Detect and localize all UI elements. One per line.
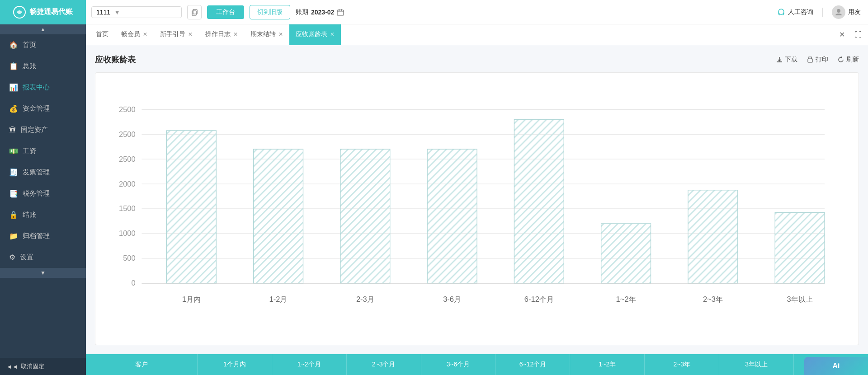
svg-point-11: [811, 60, 812, 61]
home-icon: 🏠: [9, 41, 18, 49]
close-tab-button[interactable]: ✕: [835, 28, 848, 41]
sidebar-label-report: 报表中心: [23, 83, 50, 92]
switch-version-button[interactable]: 切到旧版: [250, 5, 290, 19]
print-icon: [807, 56, 814, 63]
tab-ar-aging-close[interactable]: ✕: [330, 31, 335, 38]
svg-rect-31: [254, 149, 303, 283]
tab-home-label: 首页: [96, 30, 108, 38]
svg-rect-41: [688, 190, 738, 283]
sidebar-item-asset[interactable]: 🏛 固定资产: [0, 119, 86, 141]
top-header: 畅捷通易代账 1111 ▼ 工作台 切到旧版 账期 2023-02: [0, 0, 868, 24]
pin-icon: ◄◄: [6, 363, 18, 370]
sidebar-item-settings[interactable]: ⚙ 设置: [0, 247, 86, 268]
invoice-icon: 🧾: [9, 168, 18, 177]
tab-ar-aging[interactable]: 应收账龄表 ✕: [289, 24, 341, 45]
tab-member-label: 畅会员: [121, 30, 140, 38]
tab-period-end-label: 期末结转: [250, 30, 276, 38]
company-selector[interactable]: 1111 ▼: [91, 6, 182, 18]
chart-container: 2500 2500 2500 2000 1500 1000 500 0: [95, 72, 859, 345]
tab-period-end-close[interactable]: ✕: [278, 31, 283, 38]
sidebar-item-invoice[interactable]: 🧾 发票管理: [0, 162, 86, 183]
period-value: 2023-02: [311, 9, 334, 16]
refresh-icon: [837, 56, 844, 63]
logo-icon: [13, 6, 26, 19]
avatar: [832, 5, 845, 19]
sidebar-item-fund[interactable]: 💰 资金管理: [0, 98, 86, 119]
right-actions: 人工咨询 用友: [777, 5, 861, 19]
content-area: 首页 畅会员 ✕ 新手引导 ✕ 操作日志 ✕ 期末结转 ✕ 应收账龄表 ✕: [86, 24, 868, 375]
user-area[interactable]: 用友: [832, 5, 861, 19]
chevron-down-icon: ▼: [114, 9, 120, 16]
sidebar: ▲ 🏠 首页 📋 总账 📊 报表中心 💰 资金管理 🏛 固定资产 💵 工资 🧾 …: [0, 24, 86, 375]
archive-icon: 📁: [9, 232, 18, 240]
sidebar-label-home: 首页: [23, 41, 36, 49]
tab-oplog-close[interactable]: ✕: [233, 31, 238, 38]
tab-member[interactable]: 畅会员 ✕: [115, 24, 154, 45]
logo-area: 畅捷通易代账: [0, 0, 86, 24]
page-actions: 下载 打印: [776, 56, 859, 64]
refresh-button[interactable]: 刷新: [837, 56, 859, 64]
tab-period-end[interactable]: 期末结转 ✕: [244, 24, 289, 45]
report-icon: 📊: [9, 83, 18, 92]
th-6-12month: 6~12个月: [495, 354, 570, 375]
sidebar-label-close: 结账: [23, 211, 36, 219]
svg-text:0: 0: [131, 279, 135, 287]
settings-icon: ⚙: [9, 253, 15, 262]
svg-text:2500: 2500: [119, 130, 136, 138]
th-2-3year: 2~3年: [645, 354, 719, 375]
svg-rect-29: [166, 131, 216, 283]
sidebar-item-home[interactable]: 🏠 首页: [0, 34, 86, 56]
copy-button[interactable]: [187, 5, 202, 19]
cancel-fixed-button[interactable]: ◄◄ 取消固定: [0, 358, 86, 375]
main-layout: ▲ 🏠 首页 📋 总账 📊 报表中心 💰 资金管理 🏛 固定资产 💵 工资 🧾 …: [0, 24, 868, 375]
svg-rect-1: [192, 11, 196, 15]
tab-bar: 首页 畅会员 ✕ 新手引导 ✕ 操作日志 ✕ 期末结转 ✕ 应收账龄表 ✕: [86, 24, 868, 45]
period-area: 账期 2023-02: [296, 8, 344, 16]
svg-text:500: 500: [123, 254, 135, 262]
sidebar-item-close[interactable]: 🔒 结账: [0, 204, 86, 225]
svg-rect-9: [777, 61, 782, 62]
period-label: 账期: [296, 8, 308, 16]
download-icon: [776, 56, 783, 63]
consult-button[interactable]: 人工咨询: [777, 8, 813, 16]
sidebar-item-report[interactable]: 📊 报表中心: [0, 77, 86, 98]
headset-icon: [777, 8, 785, 16]
tab-guide-close[interactable]: ✕: [188, 31, 193, 38]
asset-icon: 🏛: [9, 126, 16, 134]
th-2-3month: 2~3个月: [347, 354, 421, 375]
sidebar-item-archive[interactable]: 📁 归档管理: [0, 225, 86, 247]
workbench-button[interactable]: 工作台: [207, 5, 244, 19]
calendar-icon[interactable]: [337, 9, 344, 16]
sidebar-label-invoice: 发票管理: [23, 168, 50, 177]
svg-rect-39: [601, 224, 651, 283]
fund-icon: 💰: [9, 104, 18, 113]
page-title: 应收账龄表: [95, 54, 136, 65]
svg-text:1月内: 1月内: [182, 295, 201, 303]
app-title: 畅捷通易代账: [29, 7, 73, 17]
tab-guide[interactable]: 新手引导 ✕: [154, 24, 199, 45]
svg-text:6-12个月: 6-12个月: [524, 295, 554, 303]
print-label: 打印: [816, 56, 828, 64]
svg-text:2500: 2500: [119, 155, 136, 163]
sidebar-scroll-down[interactable]: ▼: [0, 268, 86, 278]
svg-rect-43: [775, 212, 825, 283]
sidebar-scroll-up[interactable]: ▲: [0, 24, 86, 34]
svg-text:3-6月: 3-6月: [443, 295, 461, 303]
tab-home[interactable]: 首页: [90, 24, 115, 45]
bar-chart: 2500 2500 2500 2000 1500 1000 500 0: [104, 82, 849, 336]
expand-tab-button[interactable]: ⛶: [852, 28, 864, 41]
sidebar-item-payroll[interactable]: 💵 工资: [0, 141, 86, 162]
print-button[interactable]: 打印: [807, 56, 828, 64]
ai-badge[interactable]: Ai: [804, 357, 868, 375]
sidebar-label-ledger: 总账: [23, 62, 36, 70]
tab-actions: ✕ ⛶: [835, 28, 864, 41]
svg-rect-33: [340, 149, 390, 283]
sidebar-item-ledger[interactable]: 📋 总账: [0, 56, 86, 77]
th-customer: 客户: [86, 354, 198, 375]
tab-member-close[interactable]: ✕: [143, 31, 147, 38]
sidebar-label-asset: 固定资产: [21, 126, 48, 134]
download-button[interactable]: 下载: [776, 56, 797, 64]
tab-oplog[interactable]: 操作日志 ✕: [199, 24, 244, 45]
sidebar-item-tax[interactable]: 📑 税务管理: [0, 183, 86, 204]
svg-text:3年以上: 3年以上: [787, 295, 813, 303]
